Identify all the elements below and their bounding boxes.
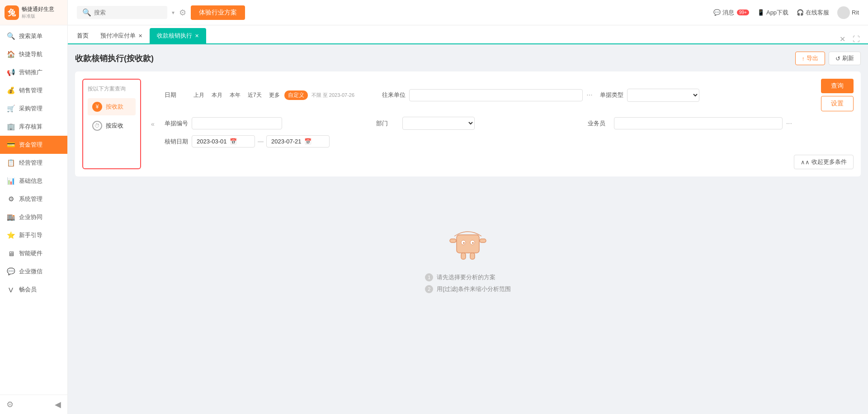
sidebar-item-member[interactable]: V畅会员 (0, 281, 67, 299)
svg-point-4 (472, 242, 474, 244)
svg-rect-7 (450, 239, 456, 243)
date-tab-last-month[interactable]: 上月 (191, 90, 207, 100)
wechat-icon: 💬 (6, 267, 15, 276)
receipt-icon: ¥ (92, 102, 102, 112)
export-icon: ↑ (802, 55, 805, 62)
solution-button[interactable]: 体验行业方案 (191, 5, 245, 20)
export-button[interactable]: ↑ 导出 (795, 52, 826, 65)
refresh-icon: ↺ (835, 55, 840, 62)
filter-salesperson-label: 业务员 (588, 119, 610, 128)
empty-illustration (445, 219, 491, 264)
svg-rect-6 (470, 253, 475, 259)
tab-close-receivable[interactable]: ✕ (195, 33, 199, 39)
sales-icon: 💰 (6, 86, 15, 95)
sidebar-item-inventory[interactable]: 🏢库存核算 (0, 118, 67, 136)
sidebar-item-guide[interactable]: ⭐新手引导 (0, 226, 67, 244)
basic_info-icon: 📊 (6, 176, 15, 186)
sidebar-item-wechat[interactable]: 💬企业微信 (0, 262, 67, 281)
search-input[interactable] (94, 9, 157, 16)
chevron-down-icon[interactable]: ▾ (172, 10, 175, 16)
refresh-button[interactable]: ↺ 刷新 (829, 52, 861, 65)
voucher-type-select[interactable] (627, 89, 699, 102)
department-select[interactable] (402, 117, 475, 130)
filter-row-1: 日期 上月 本月 本年 近7天 更多 自定义 不限 至 2023-07-26 往… (165, 79, 854, 111)
sidebar-item-basic_info[interactable]: 📊基础信息 (0, 172, 67, 190)
empty-svg (445, 219, 491, 264)
sidebar-item-system[interactable]: ⚙系统管理 (0, 190, 67, 208)
tab-home[interactable]: 首页 (72, 28, 93, 43)
filter-option-by-receivable[interactable]: ⏱ 按应收 (88, 117, 136, 134)
tab-receivable[interactable]: 收款核销执行 ✕ (150, 28, 206, 43)
app-download-button[interactable]: 📱 App下载 (757, 9, 788, 17)
filter-row-2: 单据编号 部门 业务员 ··· (165, 117, 854, 130)
marketing-icon: 📢 (6, 68, 15, 77)
avatar (837, 6, 850, 19)
filter-writeoff-date-label: 核销日期 (165, 138, 188, 146)
topbar-search-box[interactable]: 🔍 (77, 6, 167, 19)
filter-field-writeoff-date: 核销日期 2023-03-01 📅 — 2023-07-21 📅 (165, 135, 369, 148)
filter-field-department: 部门 (376, 117, 580, 130)
filter-date-range: 2023-03-01 📅 — 2023-07-21 📅 (192, 135, 330, 148)
online-service-button[interactable]: 🎧 在线客服 (797, 9, 829, 17)
receivable-icon: ⏱ (92, 121, 102, 131)
settings-icon[interactable]: ⚙ (6, 400, 14, 409)
sidebar-item-purchase[interactable]: 🛒采购管理 (0, 100, 67, 118)
writeoff-date-end-box[interactable]: 2023-07-21 📅 (266, 135, 330, 148)
settings-button[interactable]: 设置 (821, 96, 854, 111)
sidebar-item-smart_hw[interactable]: 🖥智能硬件 (0, 244, 67, 262)
tip-num-1: 1 (425, 273, 433, 281)
salesperson-input[interactable] (614, 117, 783, 129)
tip-num-2: 2 (425, 285, 433, 293)
sidebar-item-search[interactable]: 🔍搜索菜单 (0, 27, 67, 45)
filter-option-by-receipt[interactable]: ¥ 按收款 (88, 98, 136, 115)
purchase-icon: 🛒 (6, 104, 15, 113)
download-icon: 📱 (757, 9, 764, 16)
writeoff-date-start-box[interactable]: 2023-03-01 📅 (192, 135, 255, 148)
filter-collapse-button[interactable]: « (148, 79, 157, 169)
member-icon: V (6, 285, 15, 294)
sidebar-item-operation[interactable]: 📋经营管理 (0, 154, 67, 172)
message-button[interactable]: 💬 消息 99+ (713, 9, 749, 17)
svg-rect-5 (461, 253, 466, 259)
date-tab-custom[interactable]: 自定义 (284, 90, 308, 100)
date-tab-last-7-days[interactable]: 近7天 (245, 90, 264, 100)
sidebar-item-capital[interactable]: 💳资金管理 (0, 136, 67, 154)
calendar-start-icon[interactable]: 📅 (230, 138, 237, 145)
collapse-more-button[interactable]: ∧∧ 收起更多条件 (794, 155, 854, 169)
collapse-icon[interactable]: ◀ (55, 400, 61, 409)
calendar-end-icon[interactable]: 📅 (304, 138, 311, 145)
date-tab-this-month[interactable]: 本月 (209, 90, 225, 100)
counterpart-more-icon[interactable]: ··· (586, 91, 592, 99)
voucher-no-input[interactable] (192, 117, 282, 129)
filter-voucher-type-label: 单据类型 (600, 91, 623, 99)
operation-icon: 📋 (6, 158, 15, 167)
writeoff-date-start: 2023-03-01 (197, 138, 227, 145)
filter-date-hint: 不限 至 2023-07-26 (311, 92, 354, 99)
tab-prepay[interactable]: 预付冲应付单 ✕ (93, 28, 150, 43)
gear-icon[interactable]: ⚙ (179, 8, 186, 18)
topbar-right: 💬 消息 99+ 📱 App下载 🎧 在线客服 Rit (713, 6, 859, 19)
filter-field-date: 日期 上月 本月 本年 近7天 更多 自定义 不限 至 2023-07-26 (165, 90, 375, 100)
sidebar-bottom: ⚙ ◀ (0, 395, 67, 414)
quick_nav-icon: 🏠 (6, 50, 15, 59)
sidebar-item-sales[interactable]: 💰销售管理 (0, 81, 67, 100)
tab-close-prepay[interactable]: ✕ (138, 33, 142, 39)
search-icon: 🔍 (6, 32, 15, 41)
message-icon: 💬 (713, 9, 721, 16)
sidebar-item-quick_nav[interactable]: 🏠快捷导航 (0, 45, 67, 63)
app-logo: 兔 畅捷通好生意 标准版 (0, 0, 67, 25)
date-tab-this-year[interactable]: 本年 (227, 90, 243, 100)
sidebar-item-marketing[interactable]: 📢营销推广 (0, 63, 67, 81)
filter-field-counterpart: 往来单位 ··· (382, 89, 592, 101)
date-tab-more[interactable]: 更多 (266, 90, 283, 100)
counterpart-input[interactable] (409, 89, 583, 101)
sidebar-item-enterprise[interactable]: 🏬企业协同 (0, 208, 67, 226)
tab-close-window-icon[interactable]: ✕ (836, 35, 849, 43)
tab-maximize-icon[interactable]: ⛶ (849, 35, 863, 43)
filter-field-voucher-no: 单据编号 (165, 117, 369, 129)
salesperson-more-icon[interactable]: ··· (786, 119, 792, 128)
query-button[interactable]: 查询 (821, 79, 854, 93)
filter-scheme-selector: 按以下方案查询 ¥ 按收款 ⏱ 按应收 (82, 79, 141, 169)
filter-form: 日期 上月 本月 本年 近7天 更多 自定义 不限 至 2023-07-26 往… (165, 79, 854, 169)
user-profile[interactable]: Rit (837, 6, 859, 19)
